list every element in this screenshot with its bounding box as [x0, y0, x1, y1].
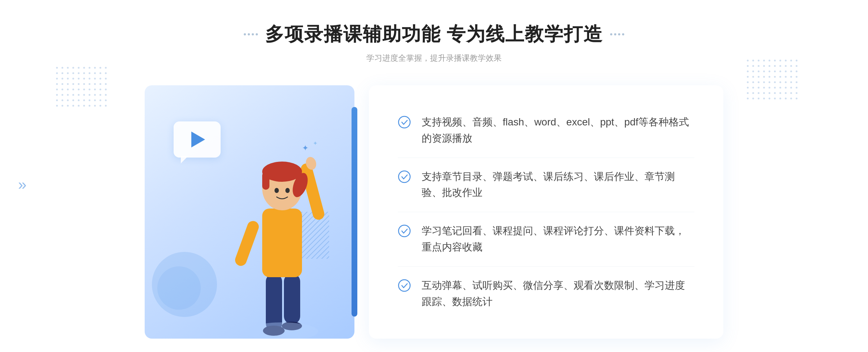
- decorator-left: [244, 33, 258, 35]
- subtitle: 学习进度全掌握，提升录播课教学效果: [244, 53, 624, 64]
- svg-text:✦: ✦: [313, 140, 318, 146]
- check-icon-4: [398, 279, 411, 292]
- feature-text-1: 支持视频、音频、flash、word、excel、ppt、pdf等各种格式的资源…: [422, 114, 694, 147]
- header-decorators: 多项录播课辅助功能 专为线上教学打造: [244, 22, 624, 47]
- svg-rect-8: [234, 219, 261, 267]
- svg-rect-11: [262, 172, 269, 190]
- page-wrapper: (function(){ const g = document.currentS…: [0, 0, 868, 352]
- svg-point-22: [399, 280, 410, 291]
- person-illustration: ✦ ✦: [210, 129, 347, 339]
- play-icon: [191, 132, 205, 147]
- check-icon-3: [398, 224, 411, 237]
- svg-point-20: [399, 171, 410, 183]
- illustration-card: ✦ ✦: [145, 85, 354, 339]
- feature-text-2: 支持章节目录、弹题考试、课后练习、课后作业、章节测验、批改作业: [422, 169, 694, 201]
- check-icon-2: [398, 170, 411, 183]
- content-area: ✦ ✦ 支持视频、音频、flash、word、excel、ppt、pdf等各种格…: [145, 85, 723, 339]
- svg-point-19: [399, 116, 410, 128]
- chevron-decoration-left: »: [18, 177, 26, 192]
- feature-text-3: 学习笔记回看、课程提问、课程评论打分、课件资料下载，重点内容收藏: [422, 223, 694, 256]
- feature-item-3: 学习笔记回看、课程提问、课程评论打分、课件资料下载，重点内容收藏: [398, 212, 694, 267]
- svg-point-13: [275, 188, 279, 193]
- main-title: 多项录播课辅助功能 专为线上教学打造: [265, 22, 603, 47]
- svg-rect-6: [262, 209, 302, 277]
- feature-text-4: 互动弹幕、试听购买、微信分享、观看次数限制、学习进度跟踪、数据统计: [422, 278, 694, 310]
- feature-item-2: 支持章节目录、弹题考试、课后练习、课后作业、章节测验、批改作业: [398, 158, 694, 213]
- accent-bar: [352, 107, 357, 317]
- dot-pattern-right: (function(){ const g = document.currentS…: [747, 60, 797, 99]
- svg-point-21: [399, 225, 410, 237]
- deco-circle-small: [157, 266, 201, 310]
- dot-pattern-left: (function(){ const g = document.currentS…: [56, 67, 107, 107]
- check-icon-1: [398, 116, 411, 129]
- svg-rect-3: [284, 274, 300, 324]
- feature-item-4: 互动弹幕、试听购买、微信分享、观看次数限制、学习进度跟踪、数据统计: [398, 267, 694, 321]
- svg-text:✦: ✦: [302, 143, 309, 153]
- svg-point-14: [285, 188, 290, 193]
- features-panel: 支持视频、音频、flash、word、excel、ppt、pdf等各种格式的资源…: [369, 85, 723, 339]
- feature-item-1: 支持视频、音频、flash、word、excel、ppt、pdf等各种格式的资源…: [398, 103, 694, 158]
- svg-point-18: [246, 322, 318, 339]
- header-section: 多项录播课辅助功能 专为线上教学打造 学习进度全掌握，提升录播课教学效果: [244, 22, 624, 64]
- decorator-right: [610, 33, 624, 35]
